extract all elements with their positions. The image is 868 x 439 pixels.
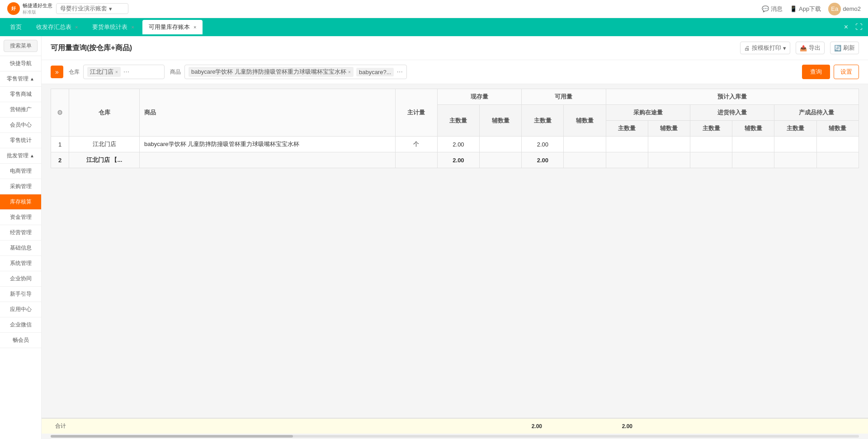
logo-area: 好 畅捷通好生意 标准版 [7,2,52,15]
print-template-btn[interactable]: 🖨 按模板打印 ▾ [740,42,790,54]
search-menu-btn[interactable]: 搜索菜单 [4,40,38,52]
tab-available-inventory[interactable]: 可用量库存账本 × [142,20,203,34]
tab-order-stats-close[interactable]: × [131,24,134,30]
logo-text: 畅捷通好生意 [23,2,52,9]
sidebar-item-wholesale-mgmt[interactable]: 批发管理 ▲ [0,148,41,164]
fullscreen-btn[interactable]: ⛶ [854,21,864,33]
row1-goods-in-aux [732,137,774,152]
message-icon: 💬 [762,5,769,12]
query-btn[interactable]: 查询 [802,65,830,79]
user-area[interactable]: Ea demo2 [828,3,861,15]
warehouse-tag: 江北门店 × [87,67,121,77]
nav-tabs-right: × ⛶ [842,21,864,33]
col-header-product-in: 产成品待入量 [774,105,859,121]
warehouse-filter-label: 仓库 [69,68,80,76]
row2-available-aux-qty [564,152,606,168]
table-area: ⚙ 仓库 商品 主计量 现存量 可用量 预计入库量 主数量 辅数量 主数量 辅数… [42,84,868,418]
col-settings[interactable]: ⚙ [51,89,69,137]
row2-product [140,152,396,168]
sidebar-item-enterprise-collab[interactable]: 企业协同 [0,271,41,287]
table-row: 1 江北门店 babycare学饮杯 儿童防摔防撞吸管杯重力球吸嘴杯宝宝水杯 个… [51,137,859,152]
scroll-track[interactable] [51,435,859,438]
col-header-main-unit: 主计量 [395,89,437,137]
row1-goods-in-main [690,137,732,152]
export-label: 导出 [809,44,821,52]
product-tag1-close[interactable]: × [348,70,351,75]
industry-chevron-icon: ▾ [109,5,112,12]
col-header-current-stock: 现存量 [437,89,521,105]
sidebar-item-app-center[interactable]: 应用中心 [0,302,41,317]
industry-selector[interactable]: 母婴行业演示账套 ▾ [56,3,128,14]
scroll-thumb[interactable] [51,435,293,438]
sidebar-item-new-guide[interactable]: 新手引导 [0,287,41,302]
row1-product-in-main [774,137,816,152]
tab-inventory-summary[interactable]: 收发存汇总表 × [30,20,84,34]
filter-toggle-btn[interactable]: » [51,66,63,78]
sidebar-item-retail-mall[interactable]: 零售商城 [0,87,41,102]
warehouse-tag-close[interactable]: × [115,70,118,75]
sidebar-item-system-mgmt[interactable]: 系统管理 [0,256,41,271]
export-btn[interactable]: 📤 导出 [796,42,825,54]
col-header-product-in-main: 主数量 [774,121,816,137]
row1-purchase-in-aux [648,137,690,152]
main-layout: 搜索菜单 快捷导航 零售管理 ▲ 零售商城 营销推广 会员中心 零售统计 批发管… [0,36,868,439]
warehouse-tag-value: 江北门店 [90,68,113,76]
tab-inventory-summary-close[interactable]: × [75,24,78,30]
sidebar-item-retail-mgmt[interactable]: 零售管理 ▲ [0,71,41,87]
sidebar-item-quick-nav[interactable]: 快捷导航 [0,56,41,71]
setting-btn[interactable]: 设置 [834,65,859,79]
sidebar-item-retail-stats[interactable]: 零售统计 [0,133,41,148]
col-header-available: 可用量 [522,89,606,105]
col-header-purchase-in: 采购在途量 [606,105,690,121]
wholesale-chevron-icon: ▲ [30,153,34,158]
table-row: 2 江北门店 【... 2.00 2.00 [51,152,859,168]
tab-home[interactable]: 首页 [4,20,28,34]
top-bar: 好 畅捷通好生意 标准版 母婴行业演示账套 ▾ 💬 消息 📱 App下载 Ea … [0,0,868,18]
page-title: 可用量查询(按仓库+商品) [51,43,132,53]
sidebar-item-member[interactable]: 畅会员 [0,333,41,348]
tab-available-inventory-close[interactable]: × [193,24,196,30]
product-tag2: babycare?... [356,68,394,76]
footer-available-main-total: 2.00 [604,423,650,430]
table-footer-scroll [42,434,868,439]
filter-bar: » 仓库 江北门店 × ··· 商品 babycare学饮杯 儿童防摔防撞吸管杯… [42,60,868,84]
product-filter-input[interactable]: babycare学饮杯 儿童防摔防撞吸管杯重力球吸嘴杯宝宝水杯 × babyca… [184,65,407,79]
row2-warehouse: 江北门店 【... [69,152,140,168]
message-btn[interactable]: 💬 消息 [762,5,783,13]
row2-num: 2 [51,152,69,168]
app-download-label: App下载 [799,5,821,13]
tab-order-stats[interactable]: 要货单统计表 × [86,20,140,34]
refresh-label: 刷新 [843,44,855,52]
nav-tabs: 首页 收发存汇总表 × 要货单统计表 × 可用量库存账本 × × ⛶ [0,18,868,36]
close-all-tabs-btn[interactable]: × [842,21,850,33]
app-download-btn[interactable]: 📱 App下载 [790,5,821,13]
sidebar-item-basic-info[interactable]: 基础信息 [0,241,41,256]
product-more-icon[interactable]: ··· [396,68,402,76]
sidebar-item-operations-mgmt[interactable]: 经营管理 [0,225,41,241]
row1-available-aux-qty [564,137,606,152]
row2-main-unit [395,152,437,168]
sidebar-item-finance-mgmt[interactable]: 资金管理 [0,210,41,225]
col-header-goods-in-main: 主数量 [690,121,732,137]
tab-available-inventory-label: 可用量库存账本 [149,23,190,31]
sidebar-item-purchase-mgmt[interactable]: 采购管理 [0,179,41,194]
print-icon: 🖨 [744,45,750,52]
sidebar-item-enterprise-wechat[interactable]: 企业微信 [0,317,41,333]
gear-icon[interactable]: ⚙ [57,109,63,116]
col-header-goods-in: 进货待入量 [690,105,774,121]
industry-label: 母婴行业演示账套 [60,5,107,13]
sidebar-item-marketing[interactable]: 营销推广 [0,102,41,118]
filter-product-group: 商品 babycare学饮杯 儿童防摔防撞吸管杯重力球吸嘴杯宝宝水杯 × bab… [170,65,407,79]
top-bar-right: 💬 消息 📱 App下载 Ea demo2 [762,3,861,15]
row1-purchase-in-main [606,137,648,152]
warehouse-more-icon[interactable]: ··· [123,68,129,76]
logo-icon: 好 [7,2,20,15]
sidebar-item-ecommerce[interactable]: 电商管理 [0,164,41,179]
refresh-btn[interactable]: 🔄 刷新 [830,42,859,54]
row1-current-aux-qty [480,137,522,152]
sidebar-item-inventory-accounting[interactable]: 库存核算 [0,194,41,210]
warehouse-filter-input[interactable]: 江北门店 × ··· [83,65,165,79]
row1-available-main-qty: 2.00 [522,137,564,152]
sidebar-item-member-center[interactable]: 会员中心 [0,118,41,133]
tab-order-stats-label: 要货单统计表 [92,23,127,31]
